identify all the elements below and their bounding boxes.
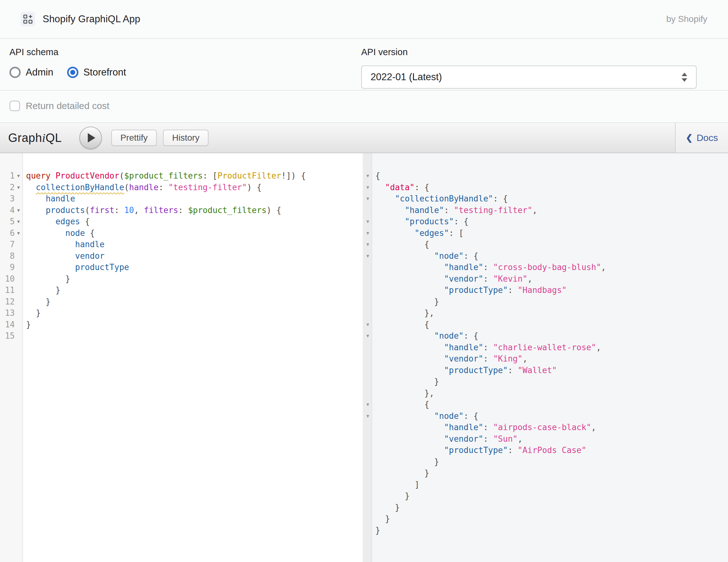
- code-text: "node": {: [373, 330, 478, 342]
- gutter-line: 12: [0, 296, 22, 307]
- code-text: }: [373, 376, 439, 387]
- code-line: ▼ "edges": [: [363, 228, 728, 239]
- radio-storefront[interactable]: Storefront: [67, 67, 126, 78]
- api-version-select[interactable]: 2022-01 (Latest): [361, 66, 697, 89]
- fold-arrow-icon[interactable]: ▼: [15, 170, 22, 182]
- code-text: {: [373, 399, 429, 410]
- fold-arrow-icon[interactable]: ▼: [15, 216, 22, 228]
- fold-arrow-icon[interactable]: ▼: [363, 330, 373, 342]
- code-text: },: [373, 387, 434, 399]
- code-line: node {: [26, 228, 363, 239]
- code-line: ▼ {: [363, 319, 728, 330]
- line-number: 13: [0, 307, 15, 319]
- apps-icon: [21, 12, 35, 26]
- code-line: vendor: [26, 250, 363, 262]
- query-code[interactable]: query ProductVendor($product_filters: [P…: [23, 153, 363, 562]
- fold-arrow-icon[interactable]: ▼: [363, 216, 373, 228]
- code-text: "node": {: [373, 410, 478, 422]
- page-title: Shopify GraphiQL App: [43, 13, 140, 25]
- code-text: ]: [373, 479, 419, 491]
- code-line: },: [363, 387, 728, 399]
- code-line: "productType": "AirPods Case": [363, 444, 728, 456]
- line-number: 15: [0, 330, 15, 342]
- response-pane[interactable]: ▼{▼ "data": {▼ "collectionByHandle": { "…: [363, 153, 728, 562]
- code-line: edges {: [26, 216, 363, 228]
- fold-arrow-icon[interactable]: ▼: [363, 410, 373, 422]
- docs-button[interactable]: ❮ Docs: [675, 123, 728, 153]
- api-schema-radio-group: Admin Storefront: [9, 66, 361, 79]
- fold-arrow-empty: [15, 239, 22, 250]
- code-line: ▼ "node": {: [363, 410, 728, 422]
- fold-arrow-empty: [363, 479, 373, 491]
- fold-arrow-icon[interactable]: ▼: [15, 182, 22, 193]
- code-line: ▼ "products": {: [363, 216, 728, 228]
- code-line: }: [26, 307, 363, 319]
- fold-arrow-empty: [363, 307, 373, 319]
- fold-arrow-icon[interactable]: ▼: [15, 228, 22, 239]
- fold-arrow-icon[interactable]: ▼: [363, 193, 373, 205]
- code-text: "handle": "testing-filter",: [373, 205, 537, 216]
- graphiql-logo: GraphiQL: [8, 131, 62, 145]
- code-line: "handle": "cross-body-bag-blush",: [363, 262, 728, 273]
- return-detailed-cost-checkbox[interactable]: [9, 101, 20, 111]
- gutter-line: 14: [0, 319, 22, 330]
- code-line: ▼ "node": {: [363, 330, 728, 342]
- fold-arrow-empty: [15, 296, 22, 307]
- fold-arrow-icon[interactable]: ▼: [363, 182, 373, 193]
- gutter-line: 4▼: [0, 205, 22, 216]
- code-text: "handle": "cross-body-bag-blush",: [373, 262, 606, 273]
- fold-arrow-empty: [363, 365, 373, 376]
- fold-arrow-empty: [363, 444, 373, 456]
- radio-storefront-circle[interactable]: [67, 67, 78, 78]
- fold-arrow-icon[interactable]: ▼: [363, 399, 373, 410]
- line-number: 9: [0, 262, 15, 273]
- code-line: }: [363, 296, 728, 307]
- fold-arrow-empty: [363, 490, 373, 502]
- gutter-line: 5▼: [0, 216, 22, 228]
- code-text: "vendor": "Kevin",: [373, 273, 532, 285]
- code-line: }: [363, 502, 728, 513]
- fold-arrow-icon[interactable]: ▼: [363, 170, 373, 182]
- gutter-line: 10: [0, 273, 22, 285]
- code-line: }: [363, 376, 728, 387]
- prettify-button[interactable]: Prettify: [111, 130, 157, 146]
- radio-admin-circle[interactable]: [9, 67, 21, 78]
- return-detailed-cost-row: Return detailed cost: [0, 91, 728, 123]
- api-schema-label: API schema: [9, 47, 361, 57]
- fold-arrow-empty: [15, 319, 22, 330]
- fold-arrow-icon[interactable]: ▼: [363, 228, 373, 239]
- code-text: "products": {: [373, 216, 468, 228]
- code-line: ▼ {: [363, 239, 728, 250]
- gutter-line: 11: [0, 284, 22, 296]
- radio-admin[interactable]: Admin: [9, 67, 53, 78]
- fold-arrow-empty: [363, 513, 373, 525]
- fold-arrow-empty: [363, 376, 373, 387]
- fold-arrow-icon[interactable]: ▼: [363, 250, 373, 262]
- gutter-line: 2▼: [0, 182, 22, 193]
- fold-arrow-empty: [15, 307, 22, 319]
- code-line: "handle": "testing-filter",: [363, 205, 728, 216]
- fold-arrow-icon[interactable]: ▼: [363, 239, 373, 250]
- code-line: ▼ "data": {: [363, 182, 728, 193]
- gutter-line: 7: [0, 239, 22, 250]
- config-section: API schema Admin Storefront API version …: [0, 39, 728, 123]
- line-number: 10: [0, 273, 15, 285]
- fold-arrow-empty: [15, 330, 22, 342]
- code-line: ▼ "collectionByHandle": {: [363, 193, 728, 205]
- line-number: 7: [0, 239, 15, 250]
- fold-arrow-icon[interactable]: ▼: [15, 205, 22, 216]
- code-line: }: [363, 513, 728, 525]
- query-gutter: 1▼2▼34▼5▼6▼789101112131415: [0, 153, 23, 562]
- shopify-graphiql-app-window: Shopify GraphiQL App by Shopify API sche…: [0, 0, 728, 562]
- code-line: "vendor": "King",: [363, 353, 728, 365]
- code-line: handle: [26, 239, 363, 250]
- history-button[interactable]: History: [163, 130, 208, 146]
- fold-arrow-icon[interactable]: ▼: [363, 319, 373, 330]
- code-text: "productType": "AirPods Case": [373, 444, 586, 456]
- query-editor[interactable]: 1▼2▼34▼5▼6▼789101112131415 query Product…: [0, 153, 363, 562]
- code-line: handle: [26, 193, 363, 205]
- play-icon: [88, 133, 95, 143]
- execute-button[interactable]: [79, 127, 102, 149]
- code-text: "handle": "charlie-wallet-rose",: [373, 342, 601, 353]
- code-text: }: [373, 502, 400, 513]
